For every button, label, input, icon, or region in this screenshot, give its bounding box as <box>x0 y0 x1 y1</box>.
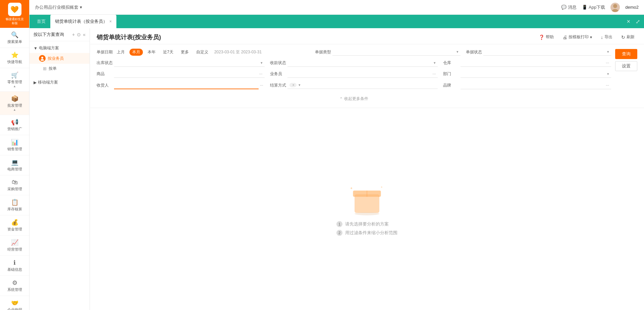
svg-rect-4 <box>355 194 379 213</box>
app-download-button[interactable]: 📱 App下载 <box>582 4 605 10</box>
collapse-panel-icon[interactable]: « <box>83 32 86 37</box>
date-filter-buttons: 上月 本月 本年 近7天 更多 自定义 2023-03-01 至 2023-03… <box>114 49 262 56</box>
refresh-button[interactable]: ↻ 刷新 <box>619 33 637 41</box>
date-last7-btn[interactable]: 近7天 <box>160 49 176 56</box>
user-name[interactable]: demo2 <box>625 5 639 10</box>
sidebar-item-retail[interactable]: 🛒 零售管理 ▲ <box>0 68 29 92</box>
tab-close-icon[interactable]: × <box>109 19 112 24</box>
svg-point-1 <box>612 9 619 12</box>
sidebar-item-quicknav[interactable]: ⭐ 快捷导航 <box>0 48 29 68</box>
export-button[interactable]: ↓ 导出 <box>598 33 615 41</box>
sidebar-logo[interactable]: 🧡 畅捷通好生意 标版 <box>0 0 29 28</box>
svg-text:✦: ✦ <box>380 186 383 189</box>
tab-home[interactable]: 首页 <box>32 15 50 28</box>
salesperson-select[interactable]: ··· <box>287 70 438 78</box>
tabs-end-controls: × ⤢ <box>625 15 641 28</box>
scheme-sub-item-order[interactable]: ⊞ 按单 <box>30 64 90 73</box>
brand-more-icon: ··· <box>606 83 609 88</box>
ecommerce-icon: 💻 <box>11 159 18 166</box>
goods-select[interactable]: ··· <box>114 70 265 78</box>
sidebar-enterprise-label: 企业协同 <box>7 307 22 310</box>
sidebar-item-wholesale[interactable]: 📦 批发管理 ▲ <box>0 92 29 115</box>
date-custom-btn[interactable]: 自定义 <box>194 49 211 56</box>
stockstatus-select[interactable]: ▾ <box>114 59 265 67</box>
sidebar-item-basicinfo[interactable]: ℹ 基础信息 <box>0 256 29 276</box>
receiver-more-icon[interactable]: ··· <box>259 83 265 88</box>
add-scheme-button[interactable]: + <box>72 32 75 37</box>
sidebar-item-finance[interactable]: 💰 资金管理 <box>0 215 29 236</box>
scheme-item-sales-person[interactable]: 按业务员 <box>30 53 90 64</box>
department-label: 部门 <box>443 71 461 77</box>
search-icon: 🔍 <box>11 31 18 39</box>
right-panel: 销货单统计表(按业务员) ❓ 帮助 🖨 按模板打印 ▾ ↓ 导出 <box>90 28 644 310</box>
filter-doctype-field: 单据类型 ▾ <box>315 48 460 56</box>
query-button[interactable]: 查询 <box>615 49 637 59</box>
paymentstatus-select[interactable]: ▾ <box>287 59 438 67</box>
date-prev-month-btn[interactable]: 上月 <box>114 49 127 56</box>
date-current-month-btn[interactable]: 本月 <box>129 49 143 56</box>
department-select[interactable]: ▾ <box>461 70 611 78</box>
sidebar-item-system[interactable]: ⚙ 系统管理 <box>0 276 29 296</box>
sidebar-item-purchase[interactable]: 🛍 采购管理 <box>0 175 29 195</box>
salesperson-more-icon: ··· <box>432 71 436 76</box>
right-panel-header: 销货单统计表(按业务员) ❓ 帮助 🖨 按模板打印 ▾ ↓ 导出 <box>90 28 644 44</box>
company-selector[interactable]: 办公用品行业模拟账套 ▾ <box>35 4 82 10</box>
chevron-right-icon-mobile: ▶ <box>34 80 37 85</box>
warehouse-select[interactable]: ··· <box>461 59 611 67</box>
svg-point-3 <box>41 59 44 61</box>
tab-sales-report[interactable]: 销货单统计表（按业务员） × <box>50 15 116 28</box>
filter-goods-field: 商品 ··· <box>97 70 265 78</box>
window-maximize-icon[interactable]: ⤢ <box>634 17 641 26</box>
svg-text:✦: ✦ <box>350 186 353 190</box>
sidebar-item-inventory[interactable]: 📋 库存核算 <box>0 195 29 215</box>
help-button[interactable]: ❓ 帮助 <box>536 33 556 41</box>
date-current-year-btn[interactable]: 本年 <box>145 49 158 56</box>
print-button[interactable]: 🖨 按模板打印 ▾ <box>560 33 595 41</box>
docstatus-select[interactable]: ▾ <box>483 48 611 56</box>
dropdown-arrow-icon: ▾ <box>80 5 82 10</box>
brand-select[interactable]: ··· <box>461 82 611 89</box>
scheme-group-mobile-header[interactable]: ▶ 移动端方案 <box>30 78 90 87</box>
empty-state: ✦ ✦ ✦ 1 请先选择要分析的方案 2 用过滤条件来缩小分析范围 <box>90 108 644 310</box>
system-icon: ⚙ <box>12 279 17 287</box>
date-label: 单据日期 <box>97 49 114 55</box>
export-label: 导出 <box>604 34 612 40</box>
settlement-tag[interactable]: × <box>289 83 297 87</box>
sidebar-search-label: 搜索菜单 <box>7 39 22 44</box>
sidebar-item-operations[interactable]: 📈 经营管理 <box>0 236 29 256</box>
filter-action-buttons: 查询 设置 <box>611 48 637 71</box>
hint-num-1: 1 <box>336 221 342 227</box>
scheme-group-pc-header[interactable]: ▼ 电脑端方案 <box>30 43 90 53</box>
sidebar-item-marketing[interactable]: 📢 营销推广 <box>0 115 29 135</box>
scheme-settings-icon[interactable]: ⊙ <box>77 32 81 37</box>
doctype-select[interactable]: ▾ <box>332 48 460 56</box>
user-avatar[interactable] <box>610 3 620 12</box>
company-name: 办公用品行业模拟账套 <box>35 4 78 10</box>
header-left: 办公用品行业模拟账套 ▾ <box>35 4 82 10</box>
collapse-filters-label: 收起更多条件 <box>344 96 368 102</box>
sidebar-system-label: 系统管理 <box>7 287 22 292</box>
sidebar-item-sales[interactable]: 📊 销售管理 <box>0 135 29 155</box>
retail-arrow: ▲ <box>13 85 16 88</box>
hint-text-1: 请先选择要分析的方案 <box>345 221 389 227</box>
settlement-tag-close-icon[interactable]: × <box>292 83 294 87</box>
scheme-sales-label: 按业务员 <box>48 56 64 61</box>
setting-button[interactable]: 设置 <box>615 61 637 71</box>
collapse-filters-button[interactable]: ⌃ 收起更多条件 <box>337 94 370 104</box>
receiver-input[interactable] <box>114 81 259 89</box>
purchase-icon: 🛍 <box>12 179 18 186</box>
scheme-active-icon <box>39 55 46 62</box>
date-more-btn[interactable]: 更多 <box>178 49 192 56</box>
content-area: 按以下方案查询 + ⊙ « ▼ 电脑端方案 按业务员 <box>30 28 644 310</box>
sidebar-item-enterprise[interactable]: 🤝 企业协同 <box>0 296 29 310</box>
collapse-up-icon: ⌃ <box>339 97 343 101</box>
window-close-icon[interactable]: × <box>625 17 632 27</box>
settlement-select[interactable]: × ▾ <box>287 82 438 89</box>
left-panel-title: 按以下方案查询 <box>34 32 64 38</box>
brand-label: 品牌 <box>443 83 461 88</box>
message-button[interactable]: 💬 消息 <box>561 4 577 10</box>
sidebar-wholesale-label: 批发管理 <box>7 103 22 108</box>
filter-department-field: 部门 ▾ <box>443 70 611 78</box>
sidebar-item-search[interactable]: 🔍 搜索菜单 <box>0 28 29 48</box>
sidebar-item-ecommerce[interactable]: 💻 电商管理 <box>0 155 29 175</box>
